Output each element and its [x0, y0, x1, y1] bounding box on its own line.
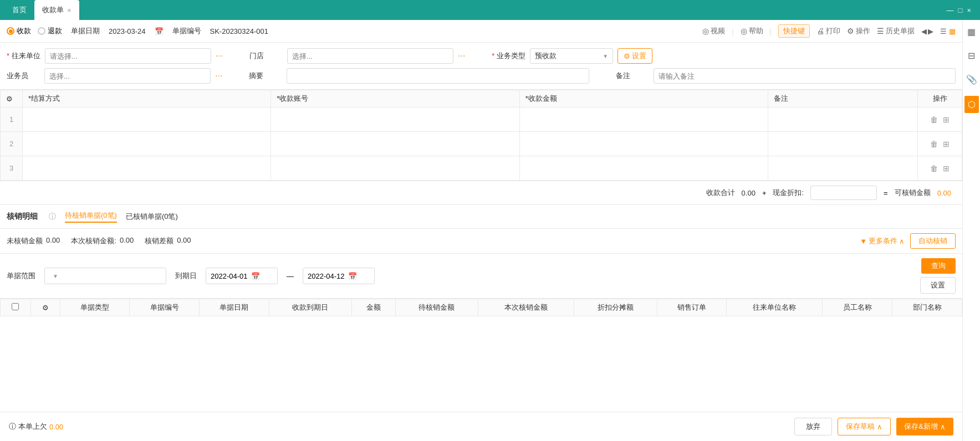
sidebar-expand-icon[interactable]: ⬡	[964, 96, 979, 113]
date-from-picker[interactable]: 2022-04-01 📅	[206, 268, 278, 284]
account-cell-2[interactable]	[271, 132, 519, 156]
settlement-cell-2[interactable]	[23, 132, 271, 156]
btn-operation[interactable]: ⚙ 操作	[847, 26, 870, 36]
form-settings-btn[interactable]: ⚙ 设置	[617, 48, 652, 64]
bth-due-date: 收款到期日	[269, 299, 351, 316]
delete-row-2-icon[interactable]: 🗑	[930, 140, 938, 148]
auto-clear-btn[interactable]: 自动核销	[910, 233, 956, 249]
th-gear[interactable]: ⚙	[1, 90, 23, 107]
row-num-1: 1	[1, 107, 23, 132]
grid-view-icon[interactable]: ▦	[949, 27, 956, 35]
tab-home[interactable]: 首页	[4, 0, 34, 20]
radio-circle-tuikuan	[38, 27, 45, 35]
table-row: 3 🗑 ⊞	[1, 156, 962, 181]
query-btn[interactable]: 查询	[921, 258, 956, 274]
remark-cell-3[interactable]	[768, 156, 918, 181]
row-num-3: 3	[1, 156, 23, 181]
date-to-icon[interactable]: 📅	[348, 272, 357, 280]
amount-cell-3[interactable]	[519, 156, 768, 181]
bth-checkbox[interactable]	[1, 299, 31, 316]
range-label: 单据范围	[7, 271, 35, 281]
save-new-btn[interactable]: 保存&新增 ∧	[896, 418, 953, 435]
due-date-label: 到期日	[175, 271, 197, 281]
window-controls: — □ ×	[947, 6, 976, 14]
summary-input[interactable]	[287, 68, 589, 84]
number-value: SK-20230324-001	[210, 27, 269, 35]
form-row-2: 业务员 ··· 摘要 备注	[7, 68, 956, 84]
sidebar-clip-icon[interactable]: 📎	[964, 72, 979, 87]
bth-amount: 金额	[352, 299, 395, 316]
date-from-icon[interactable]: 📅	[251, 272, 260, 280]
partner-input[interactable]	[45, 48, 211, 64]
nav-next-icon[interactable]: ▶	[928, 27, 933, 35]
print-icon: 🖨	[816, 27, 824, 35]
more-filter-btn[interactable]: ▼ 更多条件 ∧	[860, 236, 905, 246]
radio-shoukuan-label: 收款	[17, 26, 31, 36]
bottom-info: ⓘ 本单上欠 0.00	[9, 422, 63, 432]
radio-shoukuan[interactable]: 收款	[7, 26, 31, 36]
amount-cell-1[interactable]	[519, 107, 768, 132]
staff-input[interactable]	[44, 68, 211, 84]
settlement-cell-3[interactable]	[23, 156, 271, 181]
bth-gear[interactable]: ⚙	[30, 299, 60, 316]
close-icon[interactable]: ×	[967, 6, 971, 14]
settlement-cell-1[interactable]	[23, 107, 271, 132]
radio-tuikuan-label: 退款	[48, 26, 62, 36]
bottom-info-icon: ⓘ	[9, 422, 16, 432]
sidebar-layer-icon[interactable]: ⊟	[966, 48, 977, 63]
delete-row-3-icon[interactable]: 🗑	[930, 164, 938, 173]
summary-total-label: 收款合计	[706, 188, 735, 198]
tab-completed[interactable]: 已核销单据(0笔)	[126, 212, 178, 222]
partner-more-icon[interactable]: ···	[216, 51, 223, 61]
verification-info-icon[interactable]: ⓘ	[49, 212, 56, 222]
business-type-value: 预收款	[535, 51, 557, 61]
business-type-chevron: ▼	[603, 53, 608, 59]
bth-partner-name: 往来单位名称	[727, 299, 823, 316]
btn-kuaijian[interactable]: 快捷键	[778, 24, 810, 38]
store-input[interactable]	[287, 48, 453, 64]
date-value: 2023-03-24	[109, 27, 146, 35]
copy-row-2-icon[interactable]: ⊞	[943, 140, 950, 148]
copy-row-3-icon[interactable]: ⊞	[943, 164, 950, 173]
amount-cell-2[interactable]	[519, 132, 768, 156]
account-cell-3[interactable]	[271, 156, 519, 181]
bth-staff-name: 员工名称	[823, 299, 892, 316]
calendar-icon[interactable]: 📅	[155, 27, 164, 35]
abandon-btn[interactable]: 放弃	[794, 418, 832, 435]
stat-right: ▼ 更多条件 ∧ 自动核销	[860, 233, 956, 249]
tab-current[interactable]: 收款单 ×	[34, 0, 79, 20]
bth-discount: 折扣分摊额	[574, 299, 657, 316]
remark-cell-2[interactable]	[768, 132, 918, 156]
business-type-select[interactable]: 预收款 ▼	[530, 48, 613, 64]
select-all-checkbox[interactable]	[12, 303, 19, 310]
remark-input[interactable]	[654, 68, 956, 84]
btn-video[interactable]: ◎ 视频	[702, 26, 725, 36]
copy-row-1-icon[interactable]: ⊞	[943, 115, 950, 124]
bottom-table: ⚙ 单据类型 单据编号 单据日期 收款到期日 金额 待核销金额 本次核销金额 折…	[0, 299, 962, 316]
btn-history[interactable]: ☰ 历史单据	[877, 26, 915, 36]
radio-tuikuan[interactable]: 退款	[38, 26, 62, 36]
nav-prev-icon[interactable]: ◀	[921, 27, 927, 35]
date-to-picker[interactable]: 2022-04-12 📅	[303, 268, 375, 284]
remark-cell-1[interactable]	[768, 107, 918, 132]
sidebar-table-icon[interactable]: ▦	[965, 24, 978, 39]
tab-pending[interactable]: 待核销单据(0笔)	[65, 211, 117, 223]
operation-icon: ⚙	[847, 27, 854, 35]
save-draft-btn[interactable]: 保存草稿 ∧	[838, 418, 891, 435]
filter-row: 单据范围 ▼ 到期日 2022-04-01 📅 — 2022-04-12 📅 查…	[0, 254, 962, 299]
store-more-icon[interactable]: ···	[458, 51, 465, 61]
maximize-icon[interactable]: □	[958, 6, 963, 14]
filter-setting-btn[interactable]: 设置	[920, 277, 956, 294]
delete-row-1-icon[interactable]: 🗑	[930, 115, 938, 124]
partner-label: 往来单位	[7, 51, 40, 61]
btn-print[interactable]: 🖨 打印	[816, 26, 840, 36]
btn-help[interactable]: ◎ 帮助	[741, 26, 763, 36]
account-cell-1[interactable]	[271, 107, 519, 132]
range-select[interactable]: ▼	[44, 268, 166, 284]
list-view-icon[interactable]: ☰	[940, 27, 947, 35]
minimize-icon[interactable]: —	[947, 6, 954, 14]
summary-equals: =	[884, 189, 888, 197]
tab-close-icon[interactable]: ×	[67, 6, 72, 14]
staff-more-icon[interactable]: ···	[215, 71, 222, 81]
summary-discount-input[interactable]	[810, 186, 877, 200]
